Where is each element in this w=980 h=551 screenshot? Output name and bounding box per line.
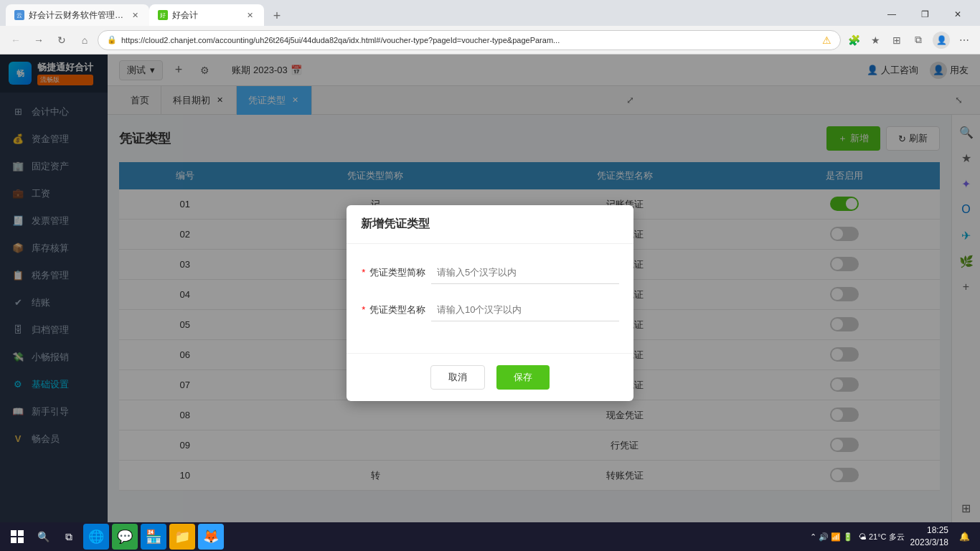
- store-app-taskbar[interactable]: 🏪: [141, 524, 166, 550]
- svg-rect-1: [18, 530, 24, 536]
- search-taskbar-button[interactable]: 🔍: [32, 525, 55, 548]
- tab2-title: 好会计: [172, 9, 240, 22]
- extensions-icon[interactable]: 🧩: [844, 30, 864, 50]
- weather-info: 🌤 21°C 多云: [859, 532, 905, 542]
- name-label-text: 凭证类型名称: [369, 304, 425, 315]
- maximize-button[interactable]: ❐: [908, 3, 941, 26]
- system-tray: ⌃ 🔊 📶 🔋 🌤 21°C 多云 18:25 2023/3/18 🔔: [810, 524, 974, 549]
- modal-body: * 凭证类型简称 * 凭证类型名称: [347, 244, 633, 353]
- start-button[interactable]: [6, 525, 29, 548]
- tab2-close[interactable]: ✕: [244, 9, 255, 21]
- tab1-title: 好会计云财务软件管理系统_会计: [29, 9, 125, 22]
- browser-tab-1[interactable]: 云 好会计云财务软件管理系统_会计 ✕: [6, 4, 149, 26]
- task-view-button[interactable]: ⧉: [57, 525, 80, 548]
- tab1-close[interactable]: ✕: [129, 9, 141, 21]
- save-button[interactable]: 保存: [496, 365, 550, 390]
- form-row-name: * 凭证类型名称: [361, 298, 619, 321]
- notification-button[interactable]: 🔔: [954, 527, 974, 547]
- tray-icons[interactable]: ⌃ 🔊 📶 🔋: [810, 532, 853, 542]
- files-app-taskbar[interactable]: 📁: [169, 524, 195, 550]
- required-star: *: [362, 267, 365, 278]
- home-button[interactable]: ⌂: [75, 30, 95, 50]
- form-row-abbr: * 凭证类型简称: [361, 261, 619, 284]
- modal-overlay[interactable]: 新增凭证类型 * 凭证类型简称 * 凭证类型名称 取消 保存: [0, 55, 980, 551]
- collections-icon[interactable]: ⊞: [887, 30, 907, 50]
- tab1-favicon: 云: [14, 10, 24, 20]
- weather-icon: 🌤: [859, 532, 867, 541]
- more-icon[interactable]: ⋯: [954, 30, 974, 50]
- split-icon[interactable]: ⧉: [908, 30, 928, 50]
- chat-app-taskbar[interactable]: 💬: [112, 524, 138, 550]
- new-tab-button[interactable]: +: [267, 6, 287, 26]
- edge-browser-taskbar[interactable]: 🌐: [83, 524, 109, 550]
- modal-title: 新增凭证类型: [347, 205, 633, 244]
- modal-footer: 取消 保存: [347, 353, 633, 401]
- weather-text: 21°C 多云: [869, 532, 905, 541]
- svg-rect-3: [18, 537, 24, 543]
- cancel-button[interactable]: 取消: [430, 365, 485, 390]
- minimize-button[interactable]: —: [875, 3, 908, 26]
- svg-rect-0: [11, 530, 17, 536]
- address-bar[interactable]: 🔒 https://cloud2.chanjet.com/accounting/…: [98, 30, 841, 50]
- taskbar: 🔍 ⧉ 🌐 💬 🏪 📁 🦊 ⌃ 🔊 📶 🔋 🌤 21°C 多云 18:25 20…: [0, 522, 980, 551]
- back-button[interactable]: ←: [6, 30, 26, 50]
- url-text: https://cloud2.chanjet.com/accounting/uh…: [121, 36, 818, 44]
- name-label: * 凭证类型名称: [361, 303, 425, 316]
- browser-tab-2[interactable]: 好 好会计 ✕: [149, 4, 264, 26]
- abbr-input[interactable]: [431, 261, 619, 284]
- profile-icon[interactable]: 👤: [933, 32, 950, 49]
- required-star-2: *: [362, 304, 365, 315]
- star-icon[interactable]: ⚠: [822, 34, 831, 46]
- new-voucher-modal: 新增凭证类型 * 凭证类型简称 * 凭证类型名称 取消 保存: [347, 205, 633, 401]
- abbr-label-text: 凭证类型简称: [369, 267, 425, 278]
- browser-app-taskbar[interactable]: 🦊: [198, 524, 224, 550]
- clock[interactable]: 18:25 2023/3/18: [910, 524, 948, 549]
- forward-button[interactable]: →: [29, 30, 49, 50]
- clock-date: 2023/3/18: [910, 537, 948, 549]
- lock-icon: 🔒: [107, 35, 117, 44]
- reload-button[interactable]: ↻: [52, 30, 72, 50]
- close-button[interactable]: ✕: [941, 3, 974, 26]
- abbr-label: * 凭证类型简称: [361, 266, 425, 279]
- tab2-favicon: 好: [158, 10, 168, 20]
- clock-time: 18:25: [910, 524, 948, 537]
- svg-rect-2: [11, 537, 17, 543]
- name-input[interactable]: [431, 298, 619, 321]
- favorites-icon[interactable]: ★: [865, 30, 885, 50]
